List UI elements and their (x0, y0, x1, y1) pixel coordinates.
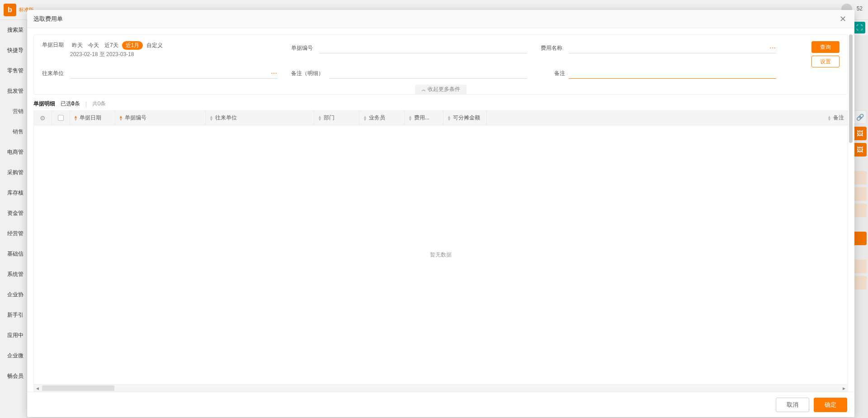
filter-partner-label: 往来单位 (42, 70, 70, 77)
modal-body: 单据日期 昨天今天近7天近1月自定义 2023-02-18 至 2023-03-… (27, 28, 854, 392)
scroll-thumb[interactable] (42, 385, 114, 391)
body-scrollbar[interactable] (849, 34, 853, 392)
close-icon[interactable]: ✕ (837, 14, 848, 24)
sort-icon[interactable]: ▲▼ (447, 115, 451, 121)
gear-icon[interactable]: ⚙ (40, 114, 46, 122)
chevron-up-icon: ︽ (421, 86, 426, 93)
column-clerk[interactable]: ▲▼业务员 (359, 111, 405, 125)
table-header: ⚙▲▼单据日期▲▼单据编号▲▼往来单位▲▼部门▲▼业务员▲▼费用...▲▼可分摊… (34, 111, 848, 125)
filter-remark-detail: 备注（明细） (291, 66, 527, 80)
column-gear[interactable]: ⚙ (34, 111, 52, 125)
confirm-button[interactable]: 确定 (814, 398, 847, 412)
date-option-2[interactable]: 近7天 (103, 42, 120, 49)
settings-button[interactable]: 设置 (811, 56, 840, 67)
list-title: 单据明细 (33, 100, 55, 108)
sort-icon[interactable]: ▲▼ (119, 115, 123, 121)
fee-name-input[interactable] (569, 43, 776, 53)
modal: 选取费用单 ✕ 单据日期 昨天今天近7天近1月自定义 2023-02-18 至 … (27, 10, 854, 417)
filter-doc-no: 单据编号 (291, 41, 527, 55)
column-label: 业务员 (369, 114, 385, 122)
filter-date: 单据日期 昨天今天近7天近1月自定义 2023-02-18 至 2023-03-… (42, 41, 278, 58)
filter-remark: 备注 (541, 66, 776, 80)
column-dept[interactable]: ▲▼部门 (314, 111, 359, 125)
column-partner[interactable]: ▲▼往来单位 (206, 111, 314, 125)
sort-icon[interactable]: ▲▼ (363, 115, 367, 121)
scroll-left-icon[interactable]: ◄ (34, 385, 41, 392)
column-label: 单据日期 (80, 114, 101, 122)
selected-count: 已选0条 (61, 100, 80, 108)
modal-title: 选取费用单 (33, 15, 63, 23)
total-count: 共0条 (92, 100, 106, 108)
column-no[interactable]: ▲▼单据编号 (115, 111, 206, 125)
collapse-label: 收起更多条件 (428, 86, 460, 93)
remark-input[interactable] (569, 68, 776, 79)
date-option-4[interactable]: 自定义 (145, 42, 165, 49)
filter-remark-detail-label: 备注（明细） (291, 70, 329, 77)
date-option-3[interactable]: 近1月 (122, 41, 143, 50)
empty-state: 暂无数据 (34, 125, 848, 384)
fee-name-picker-icon[interactable]: ⋯ (769, 44, 776, 52)
sort-icon[interactable]: ▲▼ (318, 115, 322, 121)
select-all-checkbox[interactable] (58, 115, 64, 121)
partner-picker-icon[interactable]: ⋯ (271, 70, 278, 77)
column-label: 往来单位 (215, 114, 237, 122)
filter-remark-label: 备注 (541, 70, 569, 77)
column-date[interactable]: ▲▼单据日期 (70, 111, 115, 125)
filter-grid: 单据日期 昨天今天近7天近1月自定义 2023-02-18 至 2023-03-… (42, 41, 840, 80)
filter-fee-name: 费用名称 ⋯ (541, 41, 776, 55)
filter-date-label: 单据日期 (42, 41, 70, 49)
cancel-button[interactable]: 取消 (776, 398, 809, 412)
sort-icon[interactable]: ▲▼ (408, 115, 412, 121)
date-quick-options: 昨天今天近7天近1月自定义 (70, 41, 278, 50)
sort-icon[interactable]: ▲▼ (209, 115, 213, 121)
column-label: 备注 (833, 114, 844, 122)
column-label: 部门 (324, 114, 335, 122)
modal-header: 选取费用单 ✕ (27, 10, 854, 28)
doc-no-input[interactable] (319, 43, 527, 53)
column-label: 可分摊金额 (453, 114, 480, 122)
filter-partner: 往来单位 ⋯ (42, 66, 278, 80)
column-cb[interactable] (52, 111, 70, 125)
sort-icon[interactable]: ▲▼ (827, 115, 831, 121)
collapse-bar: ︽ 收起更多条件 (42, 85, 840, 94)
column-remark[interactable]: ▲▼备注 (487, 111, 848, 125)
filter-doc-no-label: 单据编号 (291, 44, 319, 52)
column-fee[interactable]: ▲▼费用... (405, 111, 443, 125)
table: ⚙▲▼单据日期▲▼单据编号▲▼往来单位▲▼部门▲▼业务员▲▼费用...▲▼可分摊… (33, 110, 848, 392)
column-amt[interactable]: ▲▼可分摊金额 (443, 111, 487, 125)
date-option-0[interactable]: 昨天 (70, 42, 85, 49)
list-meta: 单据明细 已选0条 | 共0条 (33, 100, 848, 108)
column-label: 单据编号 (125, 114, 146, 122)
filter-actions: 查询 设置 (790, 41, 840, 67)
sort-icon[interactable]: ▲▼ (74, 115, 78, 121)
meta-divider: | (85, 101, 87, 107)
search-button[interactable]: 查询 (811, 41, 840, 53)
column-label: 费用... (414, 114, 429, 122)
filter-fee-name-label: 费用名称 (541, 44, 569, 52)
partner-input[interactable] (70, 68, 278, 79)
date-option-1[interactable]: 今天 (86, 42, 101, 49)
table-body: 暂无数据 (34, 125, 848, 384)
date-range-text: 2023-02-18 至 2023-03-18 (70, 51, 278, 58)
horizontal-scrollbar[interactable]: ◄ ► (34, 384, 848, 391)
remark-detail-input[interactable] (329, 68, 527, 79)
filter-card: 单据日期 昨天今天近7天近1月自定义 2023-02-18 至 2023-03-… (33, 34, 848, 95)
collapse-toggle[interactable]: ︽ 收起更多条件 (415, 85, 467, 94)
modal-footer: 取消 确定 (27, 392, 854, 417)
scroll-right-icon[interactable]: ► (840, 385, 848, 392)
